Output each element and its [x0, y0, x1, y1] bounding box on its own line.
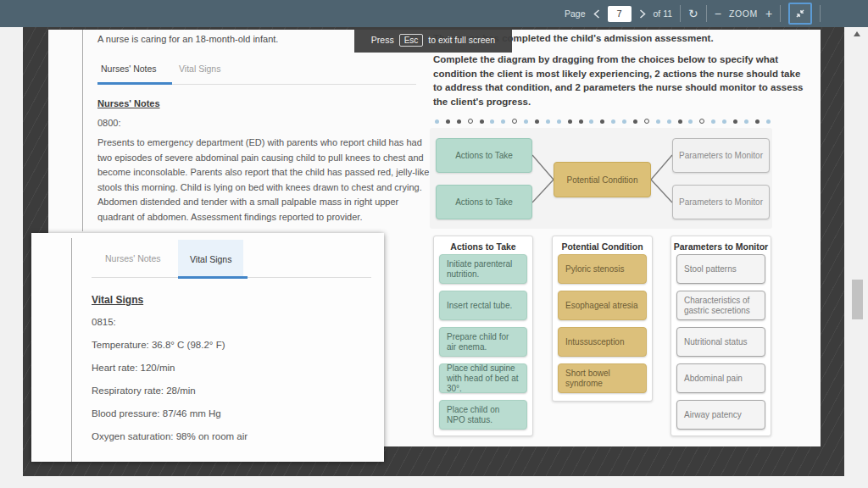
column-header-conditions: Potential Condition [553, 236, 652, 254]
choices-column-parameters: Parameters to Monitor Stool patterns Cha… [670, 236, 771, 436]
separator-dot [744, 119, 748, 124]
separator-dot [699, 119, 704, 124]
page-total-label: of 11 [654, 8, 673, 19]
vital-sign-line: Respiratory rate: 28/min [92, 385, 248, 408]
choices-column-actions: Actions to Take Initiate parenteral nutr… [433, 236, 533, 436]
viewer-canvas: A nurse is caring for an 18-month-old in… [23, 27, 844, 476]
choice-chip-action[interactable]: Place child supine with head of bed at 3… [439, 363, 527, 393]
nurses-notes-time: 0800: [97, 118, 121, 128]
chip-list: Pyloric stenosis Esophageal atresia Intu… [553, 254, 652, 393]
toast-press-label: Press [371, 35, 394, 45]
exit-fullscreen-button[interactable] [788, 3, 812, 25]
choice-chip-parameter[interactable]: Airway patency [676, 400, 765, 430]
dotted-separator [435, 119, 771, 124]
active-tab-underline [178, 276, 248, 279]
separator-dot [688, 119, 693, 124]
toolbar-controls: Page of 11 ↻ − ZOOM + [565, 0, 821, 27]
vital-signs-card: Nurses' Notes Vital Signs Vital Signs 08… [31, 233, 384, 462]
tab-nurses-notes[interactable]: Nurses' Notes [101, 64, 157, 74]
column-header-actions: Actions to Take [434, 236, 532, 254]
separator-dot [501, 119, 505, 124]
card-left-rule [71, 238, 72, 462]
separator-dot [557, 119, 561, 124]
zoom-out-button[interactable]: − [715, 8, 721, 19]
separator-dot [446, 119, 450, 124]
page-label: Page [565, 8, 586, 19]
choice-chip-action[interactable]: Place child on NPO status. [439, 400, 527, 430]
card-left-rule [82, 30, 83, 231]
drop-slot-condition[interactable]: Potential Condition [554, 162, 651, 197]
tab-vital-signs[interactable]: Vital Signs [179, 64, 220, 74]
choice-chip-action[interactable]: Prepare child for air enema. [439, 327, 527, 357]
case-intro-text: A nurse is caring for an 18-month-old in… [97, 34, 278, 44]
previous-page-button[interactable] [593, 9, 600, 19]
chip-list: Stool patterns Characteristics of gastri… [671, 254, 771, 430]
separator-dot [512, 119, 517, 124]
separator-dot [622, 119, 626, 124]
separator-dot [435, 119, 439, 124]
nurses-notes-heading: Nurses' Notes [97, 98, 160, 108]
toast-rest-label: to exit full screen [428, 35, 495, 45]
separator-dot [568, 119, 572, 124]
separator-dot [755, 119, 760, 124]
vital-signs-time: 0815: [92, 317, 116, 327]
vital-sign-line: Heart rate: 120/min [92, 363, 248, 385]
separator-dot [722, 119, 726, 124]
choice-chip-parameter[interactable]: Characteristics of gastric secretions [676, 291, 765, 320]
separator-dot [457, 119, 461, 124]
choice-chip-parameter[interactable]: Nutritional status [676, 327, 765, 357]
separator-dot [633, 119, 637, 124]
separator-dot [490, 119, 494, 124]
viewer-toolbar: Page of 11 ↻ − ZOOM + [0, 0, 868, 27]
separator-dot [644, 119, 649, 124]
toolbar-divider [780, 5, 781, 22]
drop-slot-parameter-2[interactable]: Parameters to Monitor [672, 185, 770, 219]
separator-dot [678, 119, 682, 124]
drop-slot-action-2[interactable]: Actions to Take [436, 185, 532, 219]
choice-chip-condition[interactable]: Esophageal atresia [558, 291, 647, 320]
separator-dot [468, 119, 473, 124]
vital-signs-list: Temperature: 36.8° C (98.2° F) Heart rat… [92, 340, 248, 454]
separator-dot [611, 119, 615, 124]
separator-dot [600, 119, 604, 124]
next-page-button[interactable] [639, 9, 646, 19]
drop-slot-action-1[interactable]: Actions to Take [436, 138, 532, 173]
page-number-input[interactable] [608, 6, 632, 22]
scrollbar-up-arrow[interactable] [854, 31, 860, 36]
chip-list: Initiate parenteral nutrition. Insert re… [434, 254, 532, 430]
vital-sign-line: Blood pressure: 87/46 mm Hg [92, 408, 248, 431]
tab-nurses-notes[interactable]: Nurses' Notes [105, 253, 161, 263]
separator-dot [480, 119, 484, 124]
exit-fullscreen-icon [793, 6, 808, 21]
vertical-scrollbar [844, 27, 868, 488]
separator-dot [524, 119, 528, 124]
vital-sign-line: Oxygen saturation: 98% on room air [92, 431, 248, 454]
choice-chip-parameter[interactable]: Abdominal pain [676, 363, 765, 393]
toolbar-divider [706, 5, 707, 22]
separator-dot [546, 119, 550, 124]
choice-chip-action[interactable]: Initiate parenteral nutrition. [439, 254, 527, 284]
choice-chip-condition[interactable]: Pyloric stenosis [558, 254, 647, 284]
choice-chip-action[interactable]: Insert rectal tube. [439, 291, 527, 320]
zoom-label: ZOOM [729, 8, 758, 19]
drop-slot-parameter-1[interactable]: Parameters to Monitor [672, 138, 770, 173]
vital-sign-line: Temperature: 36.8° C (98.2° F) [92, 340, 248, 363]
choice-chip-condition[interactable]: Intussusception [558, 327, 647, 357]
chevron-left-icon [593, 9, 600, 19]
separator-dot [589, 119, 593, 124]
rotate-icon[interactable]: ↻ [688, 8, 698, 19]
chevron-right-icon [639, 9, 646, 19]
separator-dot [535, 119, 539, 124]
separator-dot [766, 119, 771, 124]
scrollbar-thumb[interactable] [852, 280, 863, 319]
choice-chip-condition[interactable]: Short bowel syndrome [558, 363, 647, 393]
ehr-tabs-vitals-card: Nurses' Notes Vital Signs [92, 240, 371, 278]
toolbar-divider [680, 5, 681, 22]
tab-vital-signs[interactable]: Vital Signs [178, 240, 243, 278]
separator-dot [667, 119, 671, 124]
zoom-in-button[interactable]: + [765, 8, 772, 19]
choice-chip-parameter[interactable]: Stool patterns [676, 254, 765, 284]
separator-dot [711, 119, 715, 124]
separator-dot [579, 119, 583, 124]
nurses-notes-text: Presents to emergency department (ED) wi… [97, 136, 437, 225]
